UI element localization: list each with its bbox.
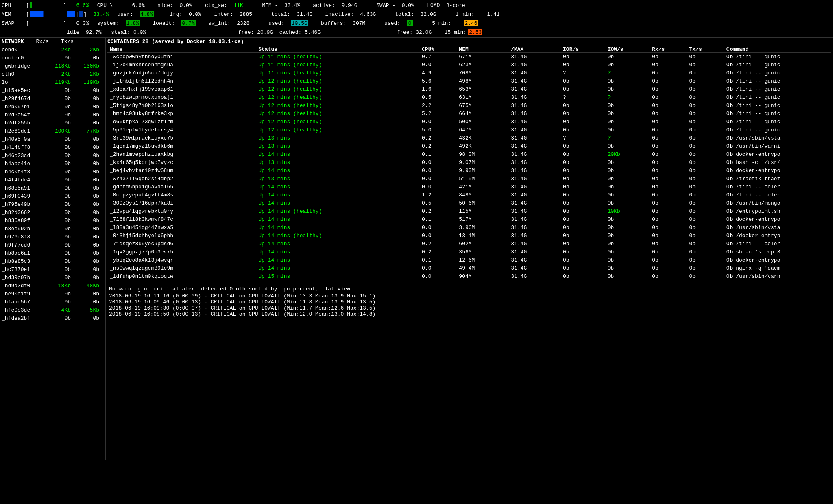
cont-ior: 0b: [560, 110, 605, 118]
cont-name: _ns0wwqlqzagem89lc9m: [107, 264, 256, 273]
cpu-label2: CPU \: [97, 2, 129, 9]
net-iface-tx: 0b: [71, 275, 99, 281]
cont-rx: 0b: [650, 273, 687, 281]
cont-cmd: 0b /tini -- celer: [724, 191, 831, 199]
cont-tx: 0b: [687, 183, 724, 191]
cont-cpu: 5.6: [419, 77, 456, 85]
cont-cmd: 0b /docker-entryp: [724, 232, 831, 240]
active-label: active:: [313, 2, 335, 9]
buffers-val: 307M: [353, 20, 365, 26]
network-interface-row: bond02Kb2Kb: [2, 46, 104, 54]
cont-iow: 0b: [605, 175, 650, 183]
net-iface-name: _hd39c07b: [2, 275, 42, 281]
cont-tx: 0b: [687, 85, 724, 94]
net-iface-rx: 0b: [42, 242, 71, 248]
cont-tx: 0b: [687, 191, 724, 199]
net-iface-name: _hb8e85c3: [2, 258, 42, 264]
cont-max: 31.4G: [508, 118, 560, 126]
net-iface-name: _h795e49b: [2, 201, 42, 207]
cont-name: _l88a3u451qg447nwxa5: [107, 224, 256, 232]
cont-rx: 0b: [650, 264, 687, 273]
net-iface-tx: 0b: [71, 234, 99, 240]
cont-ior: 0b: [560, 240, 605, 248]
net-iface-rx: 0b: [42, 120, 71, 126]
irq-val: 0.0%: [189, 11, 201, 17]
cont-max: 31.4G: [508, 248, 560, 256]
network-interface-row: _h414bff80b0b: [2, 143, 104, 151]
net-iface-rx: 0b: [42, 136, 71, 142]
swap-used-val: 0: [407, 20, 413, 26]
swap-total-label: total:: [395, 11, 414, 17]
container-row: _1qenl7mgyz18uwdkb6mUp 13 mins0.2492K31.…: [107, 142, 831, 151]
mem-bar-close: |: [63, 11, 67, 17]
cont-rx: 0b: [650, 248, 687, 256]
idle-label: idle:: [67, 29, 83, 35]
net-iface-rx: 2Kb: [42, 47, 71, 53]
network-interface-row: _h2e69de1100Kb77Kb: [2, 127, 104, 135]
cont-status: Up 12 mins (healthy): [256, 94, 419, 102]
cont-status: Up 12 mins (healthy): [256, 110, 419, 118]
cont-cmd: 0b /traefik traef: [724, 175, 831, 183]
cont-tx: 0b: [687, 151, 724, 159]
cont-max: 31.4G: [508, 159, 560, 167]
cont-cpu: 4.9: [419, 69, 456, 77]
cont-iow: ?: [605, 134, 650, 142]
net-iface-tx: 0b: [71, 177, 99, 183]
cont-name: _7l68f1l8k3kwmwf847c: [107, 216, 256, 224]
cont-cpu: 0.0: [419, 175, 456, 183]
net-iface-tx: 0b: [71, 87, 99, 94]
cont-cpu: 0.1: [419, 256, 456, 264]
network-interface-row: _hb8ac6a10b0b: [2, 249, 104, 257]
cont-ior: 0b: [560, 224, 605, 232]
network-interface-row: _h29f167d0b0b: [2, 94, 104, 103]
cont-ior: 0b: [560, 77, 605, 85]
cont-cmd: 0b /tini -- gunic: [724, 69, 831, 77]
load-15-min: 15 min:: [445, 29, 467, 35]
cont-rx: 0b: [650, 216, 687, 224]
cont-tx: 0b: [687, 53, 724, 61]
network-interface-row: _hc7370e10b0b: [2, 265, 104, 273]
alert-item: 2018-06-19 16:09:30 (0:00:07) - CRITICAL…: [109, 305, 830, 311]
cont-mem: 9.07M: [456, 159, 508, 167]
net-iface-name: docker0: [2, 55, 42, 61]
mem-label: MEM -: [262, 2, 278, 9]
cont-iow: 0b: [605, 273, 650, 281]
net-iface-name: _h414bff8: [2, 144, 42, 151]
cont-status: Up 12 mins (healthy): [256, 77, 419, 85]
net-iface-name: _h29f167d: [2, 96, 42, 102]
buffers-label: buffers:: [321, 20, 346, 26]
cont-cmd: 0b /tini -- gunic: [724, 94, 831, 102]
cached-label: cached:: [279, 29, 302, 35]
cont-tx: 0b: [687, 94, 724, 102]
mem-detail: user: 4.8% irq: 0.0% inter: 2885 total: …: [117, 11, 499, 17]
net-iface-tx: 0b: [71, 226, 99, 232]
load-cores: 8-core: [446, 2, 465, 9]
cont-rx: 0b: [650, 94, 687, 102]
cont-tx: 0b: [687, 248, 724, 256]
cont-status: Up 12 mins (healthy): [256, 126, 419, 134]
cont-rx: 0b: [650, 224, 687, 232]
cont-name: _o66ktpxal73gwlzflrm: [107, 118, 256, 126]
net-iface-tx: 48Kb: [71, 283, 99, 289]
cont-tx: 0b: [687, 167, 724, 175]
cont-mem: 421M: [456, 183, 508, 191]
cont-tx: 0b: [687, 273, 724, 281]
total-val: 31.4G: [297, 11, 312, 17]
cont-tx: 0b: [687, 264, 724, 273]
cont-tx: 0b: [687, 118, 724, 126]
col-name: Name: [107, 46, 256, 53]
cont-ior: ?: [560, 69, 605, 77]
inter-label: inter:: [214, 11, 233, 17]
cont-cmd: 0b docker-entrypo: [724, 216, 831, 224]
net-iface-tx: 0b: [71, 55, 99, 61]
cont-iow: 0b: [605, 53, 650, 61]
cont-mem: 498M: [456, 77, 508, 85]
mem-label: MEM: [2, 11, 26, 17]
network-interface-row: _h2b097b10b0b: [2, 103, 104, 111]
alert-item: 2018-06-19 16:11:16 (0:00:09) - CRITICAL…: [109, 293, 830, 299]
cont-cmd: 0b nginx -g 'daem: [724, 264, 831, 273]
cont-ior: 0b: [560, 232, 605, 240]
net-iface-name: _hfc0e3de: [2, 307, 42, 313]
cont-cmd: 0b /tini -- gunic: [724, 118, 831, 126]
net-iface-tx: 0b: [71, 136, 99, 142]
